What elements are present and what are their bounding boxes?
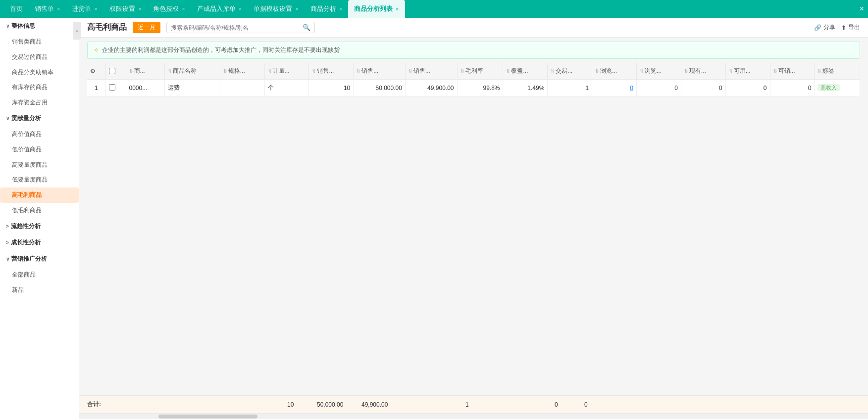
tab-close-products-in[interactable]: × <box>239 6 242 12</box>
column-label-code: 商... <box>134 67 145 75</box>
sort-icon-transaction: ⇅ <box>551 69 555 74</box>
row-spec <box>220 80 264 96</box>
column-label-sales_qty: 销售... <box>317 67 334 75</box>
row-saleable-stock: 0 <box>770 80 815 96</box>
column-label-settings: ⚙ <box>90 68 96 75</box>
column-header-gross_margin[interactable]: ⇅毛利率 <box>457 63 503 80</box>
sidebar-item-high-margin[interactable]: 高毛利商品 <box>0 187 79 203</box>
summary-sales-qty: 10 <box>284 401 314 408</box>
column-header-sales_profit[interactable]: ⇅销售... <box>405 63 457 80</box>
column-header-sales_qty[interactable]: ⇅销售... <box>309 63 354 80</box>
sidebar-group-label-overall: 整体信息 <box>11 22 35 30</box>
row-browse1-link[interactable]: 0 <box>630 85 633 92</box>
table-row: 10000...运费个1050,000.0049,900.0099.8%1.49… <box>87 80 860 96</box>
column-header-browse2[interactable]: ⇅浏览... <box>637 63 681 80</box>
sort-icon-unit: ⇅ <box>268 69 272 74</box>
horizontal-scrollbar[interactable] <box>79 413 868 419</box>
row-current-stock: 0 <box>681 80 725 96</box>
sort-icon-gross_margin: ⇅ <box>460 69 464 74</box>
sidebar-item-inventory-goods[interactable]: 有库存的商品 <box>0 80 79 95</box>
tab-close-analysis[interactable]: × <box>339 6 342 12</box>
sidebar-group-trend[interactable]: >流趋性分析 <box>0 218 79 234</box>
nav-tab-analysis[interactable]: 商品分析× <box>305 0 348 18</box>
column-header-sales_amount[interactable]: ⇅销售... <box>354 63 406 80</box>
summary-coverage <box>433 401 462 408</box>
column-header-unit[interactable]: ⇅计量... <box>264 63 309 80</box>
tab-close-roles[interactable]: × <box>182 6 185 12</box>
nav-tab-permissions[interactable]: 权限设置× <box>103 0 147 18</box>
sidebar-collapse-button[interactable]: « <box>73 22 81 40</box>
nav-tab-template[interactable]: 单据模板设置× <box>248 0 304 18</box>
column-header-available_stock[interactable]: ⇅可用... <box>725 63 770 80</box>
column-header-code[interactable]: ⇅商... <box>126 63 164 80</box>
column-header-transaction[interactable]: ⇅交易... <box>548 63 592 80</box>
sort-icon-sales_qty: ⇅ <box>312 69 316 74</box>
row-browse2: 0 <box>637 80 681 96</box>
time-filter-button[interactable]: 近一月 <box>133 22 160 33</box>
share-button[interactable]: 🔗 分享 <box>814 23 835 32</box>
nav-tab-sales[interactable]: 销售单× <box>29 0 66 18</box>
sidebar-item-low-freq[interactable]: 低要量度商品 <box>0 172 79 187</box>
sidebar-item-goods-assist[interactable]: 商品分类助销率 <box>0 65 79 80</box>
window-close-button[interactable]: × <box>860 4 864 13</box>
column-header-coverage[interactable]: ⇅覆盖... <box>503 63 548 80</box>
summary-code <box>136 401 165 408</box>
tab-close-sales[interactable]: × <box>57 6 60 12</box>
export-button[interactable]: ⬆ 导出 <box>841 23 860 32</box>
sidebar: ∨整体信息销售类商品交易过的商品商品分类助销率有库存的商品库存资金占用∨贡献量分… <box>0 18 79 419</box>
search-container: 🔍 <box>166 22 315 33</box>
nav-tab-purchase[interactable]: 进货单× <box>66 0 103 18</box>
column-header-tag[interactable]: ⇅标签 <box>815 63 860 80</box>
nav-tab-analysis-list[interactable]: 商品分析列表× <box>348 0 405 18</box>
arrow-icon-growth: > <box>6 240 9 245</box>
sidebar-group-treasure[interactable]: ∨贡献量分析 <box>0 110 79 127</box>
sort-icon-name: ⇅ <box>168 69 172 74</box>
column-header-spec[interactable]: ⇅规格... <box>220 63 264 80</box>
sidebar-item-all-goods[interactable]: 全部商品 <box>0 267 79 282</box>
summary-sales-amount: 50,000.00 <box>314 401 358 408</box>
sidebar-item-low-margin[interactable]: 低毛利商品 <box>0 203 79 218</box>
search-input[interactable] <box>171 24 303 31</box>
sidebar-item-new-goods[interactable]: 新品 <box>0 282 79 298</box>
nav-tab-home[interactable]: 首页 <box>4 0 29 18</box>
sidebar-group-growth[interactable]: >成长性分析 <box>0 234 79 251</box>
column-header-current_stock[interactable]: ⇅现有... <box>681 63 725 80</box>
summary-spec <box>225 401 255 408</box>
arrow-icon-treasure: ∨ <box>6 116 9 121</box>
column-header-name[interactable]: ⇅商品名称 <box>164 63 220 80</box>
sidebar-group-label-marketing: 营销推广分析 <box>11 255 47 263</box>
column-label-browse1: 浏览... <box>600 67 617 75</box>
nav-tab-products-in[interactable]: 产成品入库单× <box>191 0 248 18</box>
sidebar-group-overall[interactable]: ∨整体信息 <box>0 18 79 34</box>
row-gross-margin: 99.8% <box>457 80 503 96</box>
column-label-unit: 计量... <box>273 67 290 75</box>
select-all-checkbox[interactable] <box>109 68 115 74</box>
nav-tab-roles[interactable]: 角色授权× <box>147 0 191 18</box>
column-header-saleable_stock[interactable]: ⇅可销... <box>770 63 815 80</box>
tab-close-permissions[interactable]: × <box>138 6 141 12</box>
sidebar-item-low-value[interactable]: 低价值商品 <box>0 142 79 157</box>
tab-close-analysis-list[interactable]: × <box>396 6 399 12</box>
sort-icon-coverage: ⇅ <box>506 69 510 74</box>
header-actions: 🔗 分享 ⬆ 导出 <box>814 23 860 32</box>
sidebar-item-inventory-occupy[interactable]: 库存资金占用 <box>0 95 79 110</box>
row-select-checkbox[interactable] <box>109 84 115 91</box>
summary-saleable-stock <box>611 401 641 408</box>
scrollbar-thumb[interactable] <box>158 415 257 419</box>
sidebar-item-traded-goods[interactable]: 交易过的商品 <box>0 49 79 65</box>
row-transaction: 1 <box>548 80 592 96</box>
summary-sales-profit: 49,900.00 <box>358 401 403 408</box>
sidebar-item-high-freq[interactable]: 高要量度商品 <box>0 157 79 173</box>
sort-icon-sales_amount: ⇅ <box>357 69 360 74</box>
column-header-browse1[interactable]: ⇅浏览... <box>592 63 637 80</box>
sidebar-item-high-value[interactable]: 高价值商品 <box>0 127 79 142</box>
summary-browse1 <box>492 401 522 408</box>
row-unit: 个 <box>264 80 309 96</box>
sidebar-group-marketing[interactable]: ∨营销推广分析 <box>0 251 79 267</box>
summary-index <box>109 401 124 408</box>
tab-close-purchase[interactable]: × <box>94 6 97 12</box>
column-label-transaction: 交易... <box>556 67 572 75</box>
sidebar-item-sales-goods[interactable]: 销售类商品 <box>0 34 79 49</box>
tab-close-template[interactable]: × <box>295 6 298 12</box>
sort-icon-saleable_stock: ⇅ <box>773 69 777 74</box>
